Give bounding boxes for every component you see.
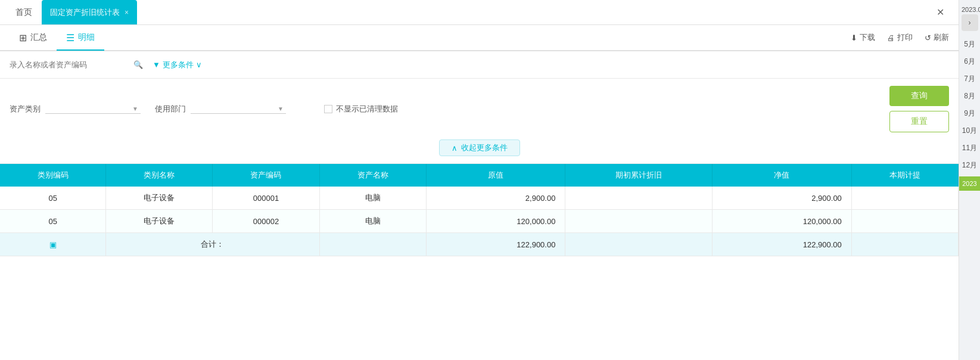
cell-original-value: 2,900.00 [426, 187, 565, 210]
tab-detail[interactable]: ☰ 明细 [57, 26, 104, 51]
right-sidebar: 2023.01 › 5月6月7月8月9月10月11月12月 2023 [959, 0, 980, 360]
col-asset-code: 资产编码 [213, 164, 319, 187]
department-arrow: ▼ [278, 105, 284, 112]
summary-icon: ⊞ [19, 32, 27, 44]
cell-category-code: 05 [0, 187, 106, 210]
asset-category-field: 资产类别 ▼ [10, 104, 141, 114]
cell-net-value: 2,900.00 [713, 187, 852, 210]
total-accumulated-depreciation [565, 233, 713, 256]
col-original-value: 原值 [426, 164, 565, 187]
table-header: 类别编码 类别名称 资产编码 资产名称 原值 期初累计折旧 净值 本期计提 [0, 164, 959, 187]
more-conditions-label: 更多条件 [163, 60, 194, 70]
cell-net-value: 120,000.00 [713, 210, 852, 233]
collapse-label: 收起更多条件 [461, 142, 508, 153]
total-label-cell: 合计： [106, 233, 319, 256]
query-button[interactable]: 查询 [889, 86, 949, 106]
col-category-code: 类别编码 [0, 164, 106, 187]
sidebar-month-item[interactable]: 6月 [962, 53, 977, 70]
filter-icon: ▼ [153, 60, 160, 69]
sidebar-month-item[interactable]: 11月 [962, 139, 977, 157]
cell-category-code: 05 [0, 210, 106, 233]
tab-summary-label: 汇总 [30, 32, 47, 43]
table-total-row: ▣ 合计： 122,900.00 122,900.00 [0, 233, 959, 256]
filter-row: 资产类别 ▼ 使用部门 ▼ 不显示已清理数据 查询 重置 [10, 86, 949, 132]
cell-asset-name: 电脑 [319, 187, 426, 210]
cell-asset-name: 电脑 [319, 210, 426, 233]
department-field: 使用部门 ▼ [155, 104, 286, 114]
table-row: 05 电子设备 000002 电脑 120,000.00 120,000.00 [0, 210, 959, 233]
sidebar-month-item[interactable]: 8月 [962, 88, 977, 105]
search-input[interactable] [10, 60, 129, 69]
cell-accumulated-depreciation [565, 210, 713, 233]
reset-button[interactable]: 重置 [889, 111, 949, 132]
hide-cleared-area: 不显示已清理数据 [324, 104, 398, 114]
table-body: 05 电子设备 000001 电脑 2,900.00 2,900.00 05 电… [0, 187, 959, 256]
download-icon: ⬇ [851, 33, 857, 42]
col-current-depreciation: 本期计提 [851, 164, 958, 187]
tab-detail-label: 明细 [78, 32, 95, 43]
total-net-value: 122,900.00 [713, 233, 852, 256]
sidebar-month-item[interactable]: 5月 [962, 36, 977, 53]
sidebar-expand-btn[interactable]: › [962, 14, 978, 31]
cell-accumulated-depreciation [565, 187, 713, 210]
cell-asset-code: 000001 [213, 187, 319, 210]
cell-asset-code: 000002 [213, 210, 319, 233]
tab-active[interactable]: 固定资产折旧统计表 × [42, 0, 137, 24]
total-empty1 [319, 233, 426, 256]
asset-category-select[interactable]: ▼ [45, 104, 141, 114]
department-select[interactable]: ▼ [191, 104, 286, 114]
col-category-name: 类别名称 [106, 164, 213, 187]
chevron-down-icon: ∨ [196, 60, 202, 69]
collapse-btn[interactable]: ∧ 收起更多条件 [439, 139, 520, 156]
total-original-value: 122,900.00 [426, 233, 565, 256]
download-btn[interactable]: ⬇ 下载 [851, 32, 875, 43]
sidebar-year[interactable]: 2023 [959, 176, 980, 191]
refresh-icon: ↺ [925, 33, 931, 42]
table-row: 05 电子设备 000001 电脑 2,900.00 2,900.00 [0, 187, 959, 210]
table-container: 类别编码 类别名称 资产编码 资产名称 原值 期初累计折旧 净值 本期计提 05… [0, 164, 959, 360]
sidebar-months: 5月6月7月8月9月10月11月12月 [962, 36, 977, 174]
cell-original-value: 120,000.00 [426, 210, 565, 233]
tab-summary[interactable]: ⊞ 汇总 [10, 26, 57, 51]
refresh-btn[interactable]: ↺ 刷新 [925, 32, 949, 43]
print-btn[interactable]: 🖨 打印 [887, 32, 913, 43]
col-asset-name: 资产名称 [319, 164, 426, 187]
more-conditions-btn[interactable]: ▼ 更多条件 ∨ [153, 60, 202, 70]
cell-current-depreciation [851, 210, 958, 233]
sidebar-date-label: 2023.01 [959, 5, 980, 14]
search-bar: 🔍 ▼ 更多条件 ∨ [0, 51, 959, 79]
tab-close-btn[interactable]: × [125, 8, 129, 17]
col-accumulated-depreciation: 期初累计折旧 [565, 164, 713, 187]
sidebar-month-item[interactable]: 7月 [962, 70, 977, 88]
sidebar-month-item[interactable]: 10月 [962, 122, 977, 139]
asset-category-arrow: ▼ [132, 105, 138, 112]
collapse-btn-area: ∧ 收起更多条件 [10, 139, 949, 156]
download-label: 下载 [860, 32, 875, 43]
tab-bar: 首页 固定资产折旧统计表 × ✕ [0, 0, 959, 25]
search-icon[interactable]: 🔍 [133, 60, 143, 69]
window-close-btn[interactable]: ✕ [928, 2, 953, 23]
cell-current-depreciation [851, 187, 958, 210]
print-icon: 🖨 [887, 33, 895, 42]
sidebar-month-item[interactable]: 9月 [962, 105, 977, 122]
tab-home[interactable]: 首页 [6, 0, 42, 24]
hide-cleared-label: 不显示已清理数据 [336, 104, 398, 114]
department-label: 使用部门 [155, 104, 186, 114]
data-table: 类别编码 类别名称 资产编码 资产名称 原值 期初累计折旧 净值 本期计提 05… [0, 164, 959, 256]
cell-category-name: 电子设备 [106, 210, 213, 233]
print-label: 打印 [897, 32, 913, 43]
refresh-label: 刷新 [934, 32, 949, 43]
sub-tab-bar: ⊞ 汇总 ☰ 明细 ⬇ 下载 🖨 打印 ↺ 刷新 [0, 25, 959, 51]
filter-area: 资产类别 ▼ 使用部门 ▼ 不显示已清理数据 查询 重置 [0, 79, 959, 164]
col-net-value: 净值 [713, 164, 852, 187]
total-icon-cell: ▣ [0, 233, 106, 256]
hide-cleared-checkbox[interactable] [324, 105, 332, 113]
sub-tab-actions: ⬇ 下载 🖨 打印 ↺ 刷新 [851, 32, 949, 43]
filter-buttons: 查询 重置 [889, 86, 949, 132]
total-current-depreciation [851, 233, 958, 256]
tab-active-label: 固定资产折旧统计表 [50, 7, 120, 18]
sidebar-month-item[interactable]: 12月 [962, 157, 977, 174]
cell-category-name: 电子设备 [106, 187, 213, 210]
collapse-icon: ∧ [452, 144, 458, 153]
asset-category-label: 资产类别 [10, 104, 41, 114]
